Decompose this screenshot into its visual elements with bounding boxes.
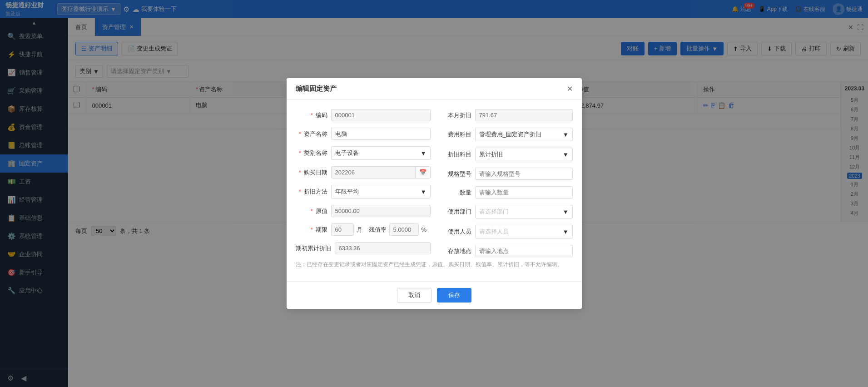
form-note: 注：已经存在变更记录或者对应固定资产已经生成凭证，原值、购买日期、残值率、累计折… [296, 257, 573, 272]
quantity-input[interactable] [475, 186, 573, 198]
quantity-label: 数量 [440, 189, 471, 197]
expense-subject-label: 费用科目 [440, 130, 471, 139]
chevron-down-icon: ▼ [563, 131, 569, 138]
form-right-col: 本月折旧 费用科目 管理费用_固定资产折旧 ▼ 折旧科目 [440, 109, 573, 257]
depreciation-method-label: * 折旧方法 [296, 188, 327, 196]
form-row-storage-location: 存放地点 [440, 245, 573, 257]
expense-subject-value: 管理费用_固定资产折旧 [479, 130, 541, 139]
residual-rate-input[interactable] [389, 223, 419, 236]
department-label: 使用部门 [440, 208, 471, 216]
period-inline: 月 残值率 % [331, 223, 431, 236]
user-label: 使用人员 [440, 228, 471, 236]
form-row-department: 使用部门 请选择部门 ▼ [440, 205, 573, 218]
modal-header: 编辑固定资产 ✕ [287, 78, 582, 100]
asset-name-input[interactable] [331, 128, 431, 140]
initial-depreciation-label: 期初累计折旧 [296, 244, 331, 253]
cancel-button[interactable]: 取消 [397, 288, 432, 303]
original-value-label: * 原值 [296, 207, 327, 215]
calendar-icon[interactable]: 📅 [415, 167, 430, 178]
department-placeholder: 请选择部门 [479, 208, 509, 216]
expense-subject-select[interactable]: 管理费用_固定资产折旧 ▼ [475, 128, 573, 141]
user-select[interactable]: 请选择人员 ▼ [475, 225, 573, 238]
monthly-depreciation-input [475, 109, 573, 121]
form-row-depreciation-subject: 折旧科目 累计折旧 ▼ [440, 148, 573, 161]
form-row-spec-model: 规格型号 [440, 168, 573, 180]
form-row-category: * 类别名称 电子设备 ▼ [296, 146, 431, 160]
department-select[interactable]: 请选择部门 ▼ [475, 205, 573, 218]
depreciation-method-value: 年限平均 [335, 188, 359, 196]
form-row-initial-depreciation: 期初累计折旧 [296, 242, 431, 254]
period-input[interactable] [331, 223, 354, 236]
form-row-purchase-date: * 购买日期 📅 [296, 166, 431, 179]
depreciation-method-select[interactable]: 年限平均 ▼ [331, 185, 431, 198]
form-left-col: * 编码 * 资产名称 [296, 109, 431, 257]
category-label: * 类别名称 [296, 149, 327, 157]
asset-name-label: * 资产名称 [296, 130, 327, 138]
residual-rate-label: 残值率 [369, 226, 387, 234]
form-row-asset-name: * 资产名称 [296, 128, 431, 140]
purchase-date-input[interactable] [332, 167, 415, 178]
purchase-date-field: 📅 [331, 166, 431, 179]
residual-rate-unit: % [422, 226, 427, 233]
save-button[interactable]: 保存 [437, 288, 471, 303]
chevron-down-icon: ▼ [563, 228, 569, 235]
category-value: 电子设备 [335, 149, 359, 157]
spec-model-input[interactable] [475, 168, 573, 180]
form-row-original-value: * 原值 [296, 205, 431, 217]
period-label: * 期限 [296, 226, 327, 234]
chevron-down-icon: ▼ [421, 189, 427, 195]
edit-modal: 编辑固定资产 ✕ * 编码 [287, 78, 582, 309]
initial-depreciation-input[interactable] [335, 242, 431, 254]
storage-location-label: 存放地点 [440, 247, 471, 255]
form-row-quantity: 数量 [440, 186, 573, 198]
chevron-down-icon: ▼ [563, 208, 569, 215]
code-input[interactable] [331, 109, 431, 121]
depreciation-subject-label: 折旧科目 [440, 150, 471, 159]
chevron-down-icon: ▼ [563, 151, 569, 158]
form-row-monthly-depreciation: 本月折旧 [440, 109, 573, 121]
category-select[interactable]: 电子设备 ▼ [331, 146, 431, 160]
modal-title: 编辑固定资产 [296, 84, 337, 93]
modal-body: * 编码 * 资产名称 [287, 100, 582, 281]
form-row-period: * 期限 月 残值率 % [296, 223, 431, 236]
form-row-expense-subject: 费用科目 管理费用_固定资产折旧 ▼ [440, 128, 573, 141]
original-value-input[interactable] [331, 205, 431, 217]
period-unit: 月 [357, 226, 362, 234]
form-row-depreciation-method: * 折旧方法 年限平均 ▼ [296, 185, 431, 198]
modal-overlay: 编辑固定资产 ✕ * 编码 [0, 0, 868, 387]
depreciation-subject-value: 累计折旧 [479, 150, 503, 159]
form-row-code: * 编码 [296, 109, 431, 121]
form-row-user: 使用人员 请选择人员 ▼ [440, 225, 573, 238]
storage-location-input[interactable] [475, 245, 573, 257]
modal-footer: 取消 保存 [287, 281, 582, 309]
purchase-date-label: * 购买日期 [296, 169, 327, 177]
depreciation-subject-select[interactable]: 累计折旧 ▼ [475, 148, 573, 161]
code-label: * 编码 [296, 111, 327, 119]
user-placeholder: 请选择人员 [479, 228, 509, 236]
form-grid: * 编码 * 资产名称 [296, 109, 573, 257]
chevron-down-icon: ▼ [421, 150, 427, 157]
monthly-depreciation-label: 本月折旧 [440, 111, 471, 119]
modal-close-button[interactable]: ✕ [567, 84, 573, 93]
spec-model-label: 规格型号 [440, 170, 471, 178]
